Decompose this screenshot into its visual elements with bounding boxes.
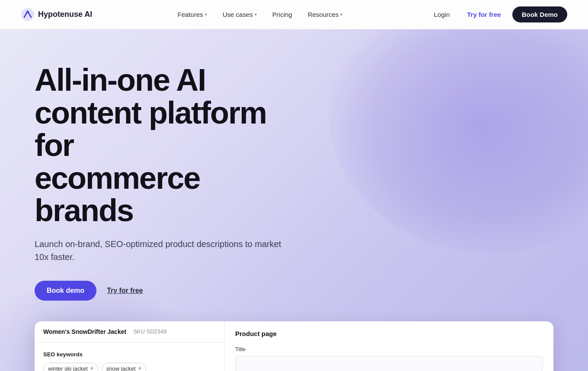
hero-title: All-in-one AI content platform for ecomm… [35,64,294,227]
hero-try-button[interactable]: Try for free [107,287,143,295]
chevron-down-icon: ▾ [255,12,257,17]
logo-link[interactable]: Hypotenuse AI [21,8,92,22]
tag-winter-ski-jacket: winter ski jacket × [43,363,98,371]
nav-pricing[interactable]: Pricing [266,7,298,22]
demo-left-panel: Women's SnowDrifter Jacket SKU SD2349 SE… [35,321,225,371]
svg-point-0 [21,8,34,21]
remove-tag-icon[interactable]: × [138,365,141,371]
svg-point-1 [26,11,29,13]
demo-tab-bar: Women's SnowDrifter Jacket SKU SD2349 [35,321,224,342]
demo-widget: Women's SnowDrifter Jacket SKU SD2349 SE… [35,321,553,371]
logo-icon [21,8,35,22]
seo-keywords-label: SEO keywords [43,351,216,358]
remove-tag-icon[interactable]: × [90,365,93,371]
nav-resources[interactable]: Resources ▾ [302,7,349,22]
hero-subtitle: Launch on-brand, SEO-optimized product d… [35,238,294,263]
nav-features[interactable]: Features ▾ [172,7,213,22]
tag-snow-jacket: snow jacket × [102,363,146,371]
seo-keywords-tags: winter ski jacket × snow jacket × [43,363,216,371]
title-field-label: Title [235,346,543,352]
login-button[interactable]: Login [428,7,456,22]
nav-actions: Login Try for free Book Demo [428,6,567,22]
nav-links: Features ▾ Use cases ▾ Pricing Resources… [172,7,349,22]
demo-left-body: SEO keywords winter ski jacket × snow ja… [35,342,224,371]
hero-ctas: Book demo Try for free [35,281,294,301]
chevron-down-icon: ▾ [340,12,342,17]
try-for-free-button[interactable]: Try for free [461,7,507,22]
demo-right-panel: Product page Title Description [225,321,553,371]
hero-section: All-in-one AI content platform for ecomm… [0,29,588,371]
demo-sku: SKU SD2349 [133,328,166,335]
demo-product-name: Women's SnowDrifter Jacket [43,328,126,335]
logo-text: Hypotenuse AI [38,10,92,19]
hero-content: All-in-one AI content platform for ecomm… [0,64,329,301]
navbar: Hypotenuse AI Features ▾ Use cases ▾ Pri… [0,0,588,29]
nav-use-cases[interactable]: Use cases ▾ [217,7,263,22]
product-page-title: Product page [235,330,543,337]
title-input[interactable] [235,356,543,371]
hero-book-demo-button[interactable]: Book demo [35,281,96,301]
book-demo-button[interactable]: Book Demo [512,6,567,22]
chevron-down-icon: ▾ [205,12,207,17]
